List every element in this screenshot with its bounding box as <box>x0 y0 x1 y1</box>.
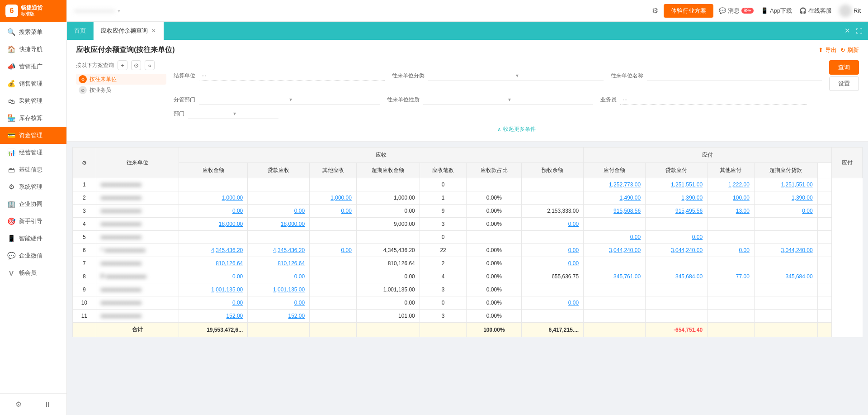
dept-main-dropdown[interactable]: ▾ <box>199 95 380 105</box>
sidebar-item-sales[interactable]: 💰 销售管理 <box>0 75 66 92</box>
sidebar-item-search[interactable]: 🔍 搜索菜单 <box>0 24 66 41</box>
ap-other[interactable]: 1,222.00 <box>708 178 755 191</box>
ar-amt[interactable]: 1,001,135.00 <box>179 283 248 296</box>
salesperson-field[interactable]: ··· <box>620 95 807 105</box>
settlement-unit-field[interactable]: ··· <box>199 71 385 81</box>
ar-amt[interactable]: 810,126.64 <box>179 257 248 270</box>
tab-fullscreen-icon[interactable]: ⛶ <box>856 27 863 35</box>
ar-loan[interactable]: 0.00 <box>248 205 310 218</box>
total-prepay: 6,417,215.... <box>522 323 584 337</box>
ap-amt[interactable]: 1,252,773.00 <box>584 178 646 191</box>
ap-overdue[interactable]: 3,044,240.00 <box>754 244 817 257</box>
partner-name: xxxxxxxxxxxxxxx <box>96 296 179 310</box>
ar-loan[interactable]: 1,001,135.00 <box>248 283 310 296</box>
ap-overdue[interactable]: 0.00 <box>754 205 817 218</box>
ar-amt[interactable]: 4,345,436.20 <box>179 244 248 257</box>
ar-loan[interactable]: 152.00 <box>248 310 310 323</box>
ap-amt[interactable]: 0.00 <box>584 231 646 244</box>
ar-amt[interactable]: 1,000.00 <box>179 191 248 205</box>
scheme-expand-btn[interactable]: « <box>145 60 155 70</box>
ap-other[interactable]: 77.00 <box>708 270 755 283</box>
ar-amt[interactable]: 152.00 <box>179 310 248 323</box>
scheme-by-salesperson[interactable]: ⊙ 按业务员 <box>76 85 166 95</box>
col-settings[interactable]: ⚙ <box>73 148 96 178</box>
sidebar-item-quicknav[interactable]: 🏠 快捷导航 <box>0 41 66 58</box>
ar-overdue <box>356 178 420 191</box>
scheme-settings-btn[interactable]: ⊙ <box>131 60 141 70</box>
sidebar-item-smart[interactable]: 📱 智能硬件 <box>0 230 66 247</box>
ap-loan[interactable]: 915,495.56 <box>646 205 708 218</box>
ap-loan[interactable]: 1,390.00 <box>646 191 708 205</box>
partner-name: xxxxxxxxxxxxxxx <box>96 205 179 218</box>
query-button[interactable]: 查询 <box>829 60 859 75</box>
ar-amt[interactable]: 0.00 <box>179 205 248 218</box>
sidebar-collapse-btn[interactable]: ⏸ <box>42 399 53 410</box>
ar-other[interactable]: 0.00 <box>310 205 357 218</box>
ap-loan[interactable]: 3,044,240.00 <box>646 244 708 257</box>
ap-overdue[interactable]: 1,390.00 <box>754 191 817 205</box>
guide-icon: 🎯 <box>7 217 15 225</box>
prepay[interactable]: 0.00 <box>522 296 584 310</box>
collapse-more-btn[interactable]: ∧ 收起更多条件 <box>174 123 859 136</box>
sidebar-settings-btn[interactable]: ⚙ <box>14 398 24 410</box>
user-area[interactable]: Rit <box>839 5 861 17</box>
sidebar-item-system[interactable]: ⚙ 系统管理 <box>0 178 66 196</box>
ar-other[interactable]: 0.00 <box>310 244 357 257</box>
ar-loan[interactable]: 0.00 <box>248 296 310 310</box>
sidebar-item-marketing[interactable]: 📣 营销推广 <box>0 58 66 75</box>
sidebar-item-guide[interactable]: 🎯 新手引导 <box>0 213 66 230</box>
tab-receivable[interactable]: 应收应付余额查询 ✕ <box>94 22 164 40</box>
sidebar-item-operations[interactable]: 📊 经营管理 <box>0 144 66 161</box>
ap-loan <box>646 310 708 323</box>
ar-amt[interactable]: 0.00 <box>179 296 248 310</box>
member-icon: V <box>7 269 15 277</box>
ap-overdue[interactable]: 1,251,551.00 <box>754 178 817 191</box>
partner-nature-dropdown[interactable]: ▾ <box>423 95 593 105</box>
ap-amt[interactable]: 915,508.56 <box>584 205 646 218</box>
scheme-by-partner[interactable]: ⚙ 按往来单位 <box>76 74 166 85</box>
prepay[interactable]: 0.00 <box>522 257 584 270</box>
tab-close-icon[interactable]: ✕ <box>151 28 156 34</box>
ap-other[interactable]: 0.00 <box>708 244 755 257</box>
ap-amt[interactable]: 1,490.00 <box>584 191 646 205</box>
ar-other[interactable]: 1,000.00 <box>310 191 357 205</box>
ap-other[interactable]: 13.00 <box>708 205 755 218</box>
ap-overdue[interactable]: 345,684.00 <box>754 270 817 283</box>
partner-name-input[interactable] <box>647 71 822 81</box>
tab-home[interactable]: 首页 <box>67 22 94 40</box>
add-scheme-btn[interactable]: + <box>118 60 127 70</box>
sidebar-item-finance[interactable]: 💳 资金管理 <box>0 127 66 144</box>
settings-button[interactable]: 设置 <box>829 76 859 91</box>
sidebar-item-purchase[interactable]: 🛍 采购管理 <box>0 92 66 110</box>
ap-loan[interactable]: 0.00 <box>646 231 708 244</box>
export-btn[interactable]: ⬆ 导出 <box>818 46 837 54</box>
sidebar-item-corp[interactable]: 🏢 企业协同 <box>0 196 66 213</box>
refresh-btn[interactable]: ↻ 刷新 <box>840 46 859 54</box>
prepay[interactable]: 0.00 <box>522 218 584 231</box>
sidebar-item-basic[interactable]: 🗃 基础信息 <box>0 161 66 178</box>
ap-other[interactable]: 100.00 <box>708 191 755 205</box>
ar-amt[interactable]: 0.00 <box>179 270 248 283</box>
messages-btn[interactable]: 💬 消息 99+ <box>719 7 754 15</box>
sidebar-item-wechat[interactable]: 💬 企业微信 <box>0 247 66 264</box>
ap-loan[interactable]: 345,684.00 <box>646 270 708 283</box>
sidebar-item-inventory[interactable]: 🏪 库存核算 <box>0 110 66 127</box>
dept-dropdown[interactable]: ▾ <box>188 109 278 119</box>
support-btn[interactable]: 🎧 在线客服 <box>799 7 832 15</box>
ar-loan[interactable]: 0.00 <box>248 270 310 283</box>
ar-loan[interactable]: 810,126.64 <box>248 257 310 270</box>
ar-amt[interactable]: 18,000.00 <box>179 218 248 231</box>
ar-overdue <box>356 231 420 244</box>
sidebar-item-member[interactable]: V 畅会员 <box>0 264 66 281</box>
partner-category-dropdown[interactable]: ▾ <box>428 71 603 81</box>
app-download-btn[interactable]: 📱 App下载 <box>761 7 792 15</box>
ar-loan[interactable]: 4,345,436.20 <box>248 244 310 257</box>
cta-button[interactable]: 体验行业方案 <box>664 4 713 18</box>
ap-amt[interactable]: 345,761.00 <box>584 270 646 283</box>
prepay[interactable]: 0.00 <box>522 244 584 257</box>
ap-loan[interactable]: 1,251,551.00 <box>646 178 708 191</box>
tab-close-window-icon[interactable]: ✕ <box>844 27 850 35</box>
ar-loan[interactable]: 18,000.00 <box>248 218 310 231</box>
ap-amt[interactable]: 3,044,240.00 <box>584 244 646 257</box>
topbar-settings-icon[interactable]: ⚙ <box>652 6 658 15</box>
